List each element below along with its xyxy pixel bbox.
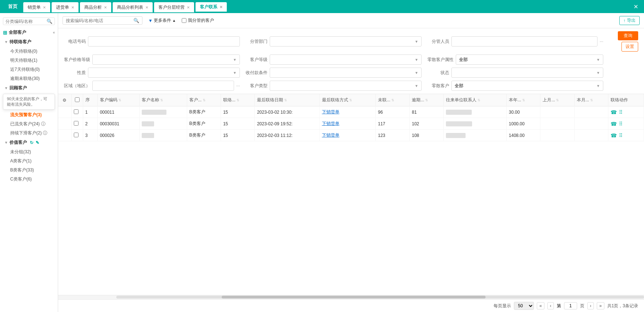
close-icon[interactable]: ✕	[104, 5, 107, 9]
more-action-icon[interactable]: ⠿	[619, 133, 623, 138]
page-number-input[interactable]	[564, 302, 577, 309]
sidebar-item-class-b[interactable]: B类客户(33)	[0, 166, 58, 175]
th-contact-count: 联络...⇅	[221, 94, 254, 106]
table-row: 1 000011 ████████ B类客户 15 2023-03-02 10:…	[58, 106, 644, 118]
edit-icon[interactable]: ✎	[36, 140, 39, 145]
contact-icon[interactable]: ☎	[611, 133, 617, 138]
filter-row-4: 区域（地区） ··· 客户类型 ▼ 零散客户 全部 ▼	[64, 81, 638, 91]
status-select[interactable]: ▼	[451, 68, 603, 78]
export-button[interactable]: ↑ 导出	[619, 16, 640, 25]
group-review-header[interactable]: ▼ 回顾客户	[0, 83, 58, 93]
content-area: 🔍 ▼ 更多条件 ▲ 我分管的客户 ↑ 导出 电话号码	[58, 13, 644, 312]
more-action-icon[interactable]: ⠿	[619, 109, 623, 115]
filter-customer-type: 客户类型 ▼	[246, 81, 422, 91]
price-level-select[interactable]: ▼	[92, 54, 240, 65]
row-checkbox[interactable]	[74, 121, 79, 126]
sidebar-item-ungrouped[interactable]: 未分组(32)	[0, 147, 58, 157]
customer-type-cell: B类客户	[187, 118, 221, 130]
first-page-button[interactable]: «	[537, 302, 544, 309]
contact-icon[interactable]: ☎	[611, 109, 617, 115]
sidebar-item-churned[interactable]: 已流失客户(24) ⓘ	[0, 119, 58, 129]
chevron-down-icon: ▼	[415, 84, 418, 88]
my-customer-filter[interactable]: 我分管的客户	[182, 17, 214, 24]
window-close-button[interactable]: ✕	[631, 3, 641, 10]
sidebar-item-overdue[interactable]: 逾期未联络(30)	[0, 74, 58, 83]
action-cell: ☎ ⠿	[608, 118, 644, 130]
page-label: 页	[580, 303, 584, 309]
sidebar-search-input[interactable]	[5, 19, 47, 24]
nature-select[interactable]: ▼	[88, 68, 240, 78]
sort-icon: ⇅	[556, 98, 559, 102]
nav-tab-sales[interactable]: 销货单 ✕	[23, 2, 50, 12]
th-action: 联络动作	[608, 94, 644, 106]
sidebar-item-churn-warning[interactable]: 流失预警客户(3)	[0, 110, 58, 119]
group-value-customers: ▼ 价值客户 ↻ ✎ 未分组(32) A类客户(1) B类客户(33) C类客户…	[0, 138, 58, 184]
close-icon[interactable]: ✕	[43, 5, 46, 9]
search-icon[interactable]: 🔍	[133, 18, 139, 23]
sort-icon: ⇅	[237, 98, 240, 102]
refresh-icon[interactable]: ↻	[30, 140, 33, 145]
region-input[interactable]	[92, 81, 234, 91]
sidebar-item-declining[interactable]: 持续下滑客户(2) ⓘ	[0, 129, 58, 138]
sidebar-search-icon[interactable]: 🔍	[47, 19, 52, 24]
sidebar-item-7days[interactable]: 近7天待联络(0)	[0, 65, 58, 74]
more-action-icon[interactable]: ⠿	[619, 121, 623, 127]
more-dots-icon[interactable]: ···	[236, 83, 240, 88]
sort-icon: ⇅	[160, 98, 163, 102]
select-all-checkbox[interactable]	[75, 97, 80, 102]
horizontal-scrollbar[interactable]	[58, 295, 644, 299]
group-value-header[interactable]: ▼ 价值客户 ↻ ✎	[0, 138, 58, 147]
last-page-button[interactable]: »	[597, 302, 604, 309]
nav-tab-purchase[interactable]: 进货单 ✕	[52, 2, 79, 12]
retail-customer-select[interactable]: 全部 ▼	[451, 81, 603, 91]
phone-input[interactable]	[88, 36, 240, 46]
more-filter-button[interactable]: ▼ 更多条件 ▲	[145, 16, 179, 25]
per-page-select[interactable]: 50 20 100	[514, 302, 534, 310]
sidebar-item-class-c[interactable]: C类客户(6)	[0, 175, 58, 184]
customer-type-select[interactable]: ▼	[270, 81, 422, 91]
th-this-month: 本月...⇅	[574, 94, 608, 106]
th-checkbox	[71, 94, 83, 106]
value-items: 未分组(32) A类客户(1) B类客户(33) C类客户(6)	[0, 147, 58, 184]
close-icon[interactable]: ✕	[220, 5, 222, 9]
next-page-button[interactable]: ›	[587, 302, 594, 309]
seq-cell: 3	[83, 130, 97, 141]
pending-contact-items: 今天待联络(0) 明天待联络(1) 近7天待联络(0) 逾期未联络(30)	[0, 47, 58, 83]
more-dots-icon[interactable]: ···	[600, 39, 603, 44]
prev-page-button[interactable]: ‹	[547, 302, 554, 309]
th-customer-type: 客户...⇅	[187, 94, 221, 106]
my-customer-checkbox[interactable]	[182, 18, 186, 23]
query-button[interactable]: 查询	[618, 31, 638, 40]
filter-panel: 电话号码 分管部门 ▼ 分管人员 ···	[58, 28, 644, 94]
nav-tab-analysis[interactable]: 商品分析 ✕	[80, 2, 111, 12]
th-code: 客户编码⇅	[97, 94, 140, 106]
nav-home[interactable]: 首页	[3, 0, 23, 13]
close-icon[interactable]: ✕	[71, 5, 74, 9]
search-input[interactable]	[66, 18, 133, 23]
sidebar-item-class-a[interactable]: A类客户(1)	[0, 157, 58, 166]
th-seq: 序	[83, 94, 97, 106]
close-icon[interactable]: ✕	[187, 5, 190, 9]
sidebar-item-tomorrow[interactable]: 明天待联络(1)	[0, 56, 58, 65]
close-icon[interactable]: ✕	[145, 5, 148, 9]
contact-icon[interactable]: ☎	[611, 121, 617, 127]
customer-level-select[interactable]: ▼	[270, 54, 422, 65]
settings-button[interactable]: 设置	[621, 42, 638, 52]
nav-tab-customer-layer[interactable]: 客户分层经营 ✕	[154, 2, 194, 12]
group-pending-contact-header[interactable]: ▼ 待联络客户	[0, 37, 58, 47]
person-select[interactable]	[451, 36, 597, 46]
code-cell: 000011	[97, 106, 140, 118]
grid-icon: ⊞	[3, 30, 7, 36]
sidebar-item-today[interactable]: 今天待联络(0)	[0, 47, 58, 56]
nav-tab-analysis-list[interactable]: 商品分析列表 ✕	[113, 2, 153, 12]
retail-attr-select[interactable]: 全部 ▼	[456, 54, 603, 65]
dept-select[interactable]: ▼	[270, 36, 422, 46]
nav-tab-customer-contact[interactable]: 客户联系 ✕	[196, 2, 227, 12]
payment-select[interactable]: ▼	[270, 68, 422, 78]
per-page-label: 每页显示	[494, 303, 511, 309]
row-checkbox[interactable]	[74, 133, 79, 137]
all-customers-header[interactable]: ⊞ 全部客户 «	[0, 28, 58, 37]
row-checkbox[interactable]	[74, 109, 79, 114]
customer-type-cell: B类客户	[187, 106, 221, 118]
th-settings[interactable]: ⚙	[58, 94, 71, 106]
